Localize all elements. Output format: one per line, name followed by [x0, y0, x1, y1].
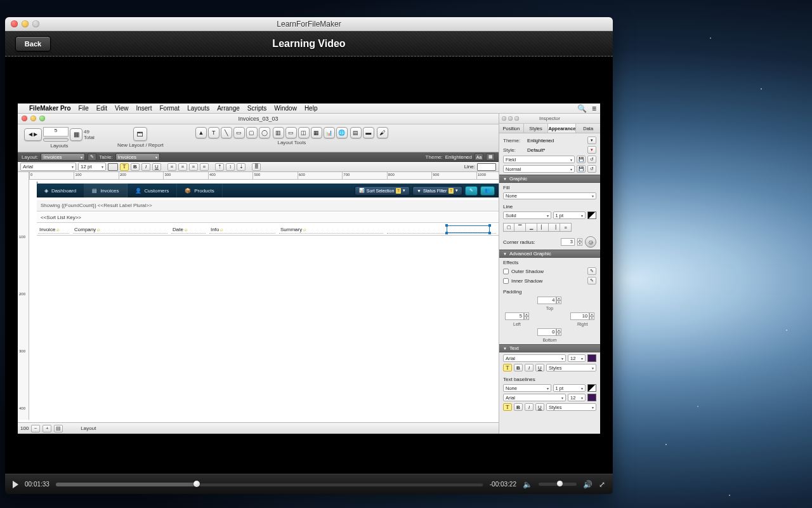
highlight-toggle[interactable]: T [120, 163, 129, 171]
sort-selection-button[interactable]: 📊 Sort Selection T ▾ [355, 186, 410, 196]
spotlight-icon[interactable]: 🔍 [577, 104, 587, 113]
padding-right-stepper[interactable]: ▴▾ [589, 312, 594, 320]
menu-file[interactable]: File [79, 105, 89, 112]
underline-button[interactable]: U [152, 163, 161, 171]
back-button[interactable]: Back [15, 36, 51, 51]
menu-edit[interactable]: Edit [96, 105, 107, 112]
line-color-swatch-insp[interactable] [587, 211, 596, 219]
font-select[interactable]: Arial [20, 163, 76, 171]
align-center-button[interactable]: ≡ [178, 163, 187, 171]
webviewer-tool[interactable]: 🌐 [336, 127, 348, 138]
layout-canvas[interactable]: ◈ Dashboard ▤ Invoices 👤 Customers 📦 Pro… [37, 180, 499, 420]
text-size-select[interactable]: 12 [568, 354, 586, 362]
layouts-popover-button[interactable]: ▦ [70, 128, 82, 141]
portal-tool[interactable]: ▦ [311, 127, 322, 138]
fullscreen-icon[interactable]: ⤢ [599, 480, 605, 489]
padding-left-stepper[interactable]: ▴▾ [524, 312, 529, 320]
border-top-button[interactable]: ▔ [514, 223, 526, 232]
doc-minimize-icon[interactable] [30, 116, 36, 121]
tab-products[interactable]: 📦 Products [177, 184, 223, 197]
padding-right-field[interactable]: 10 [570, 312, 589, 320]
baseline-bold-button[interactable]: B [514, 403, 523, 411]
tab-customers[interactable]: 👤 Customers [128, 184, 178, 197]
chart-tool[interactable]: 📊 [324, 127, 335, 138]
align-left-button[interactable]: ≡ [167, 163, 176, 171]
fieldpicker-tool[interactable]: ▤ [350, 127, 362, 138]
field-tool[interactable]: ▥ [273, 127, 284, 138]
section-text[interactable]: Text [499, 344, 600, 352]
padding-bottom-field[interactable]: 0 [537, 328, 556, 336]
prev-layout-button[interactable]: ◀ ▶ [24, 128, 42, 141]
rounded-rect-tool[interactable]: ▢ [246, 127, 258, 138]
menu-scripts[interactable]: Scripts [247, 105, 267, 112]
status-filter-button[interactable]: ▼ Status Filter T ▾ [412, 186, 462, 196]
valign-bot-button[interactable]: ⇣ [237, 163, 246, 171]
line-weight-select[interactable]: 1 pt [553, 211, 586, 219]
padding-left-field[interactable]: 5 [505, 312, 524, 320]
action-button-1[interactable]: ✎ [465, 186, 478, 196]
new-layout-button[interactable]: 🗔 [133, 127, 147, 141]
button-tool[interactable]: ▭ [285, 127, 297, 138]
layout-slider[interactable] [43, 138, 69, 142]
selection-tool[interactable]: ▲ [195, 127, 207, 138]
border-all-button[interactable]: ▢ [503, 223, 514, 232]
text-highlight-toggle[interactable]: T [503, 364, 512, 371]
baseline-color-swatch-2[interactable] [587, 394, 596, 401]
line-spacing-button[interactable]: ≣ [252, 163, 261, 171]
text-tool[interactable]: T [208, 127, 219, 138]
zoom-out-button[interactable]: − [31, 425, 40, 432]
inner-shadow-edit-button[interactable]: ✎ [587, 277, 596, 284]
element-type-select[interactable]: Field [503, 156, 575, 163]
element-state-revert-button[interactable]: ↺ [587, 165, 596, 173]
menu-view[interactable]: View [115, 105, 129, 112]
corner-radius-stepper[interactable]: ▴▾ [577, 238, 582, 246]
insp-zoom-icon[interactable] [514, 116, 519, 121]
valign-top-button[interactable]: ⇡ [215, 163, 224, 171]
border-bottom-button[interactable]: ▁ [526, 223, 537, 232]
volume-slider[interactable] [539, 483, 577, 486]
line-style-select[interactable]: Solid [503, 211, 551, 219]
align-justify-button[interactable]: ≡ [200, 163, 209, 171]
insp-close-icon[interactable] [502, 116, 506, 121]
outer-shadow-checkbox[interactable] [503, 269, 509, 274]
outer-shadow-edit-button[interactable]: ✎ [587, 267, 596, 275]
tab-dashboard[interactable]: ◈ Dashboard [37, 184, 84, 197]
font-size-select[interactable]: 12 pt [78, 163, 106, 171]
menu-extras-icon[interactable]: ≡ [592, 104, 596, 113]
menu-layouts[interactable]: Layouts [187, 105, 209, 112]
text-color-swatch-insp[interactable] [587, 354, 596, 362]
style-revert-button[interactable]: ▾ [587, 146, 596, 154]
doc-zoom-icon[interactable] [39, 116, 45, 121]
padding-bottom-stepper[interactable]: ▴▾ [556, 328, 561, 336]
baseline-styles-select[interactable]: Styles [546, 403, 596, 411]
text-color-swatch[interactable] [108, 163, 118, 171]
insp-minimize-icon[interactable] [508, 116, 513, 121]
progress-bar[interactable] [56, 483, 483, 486]
tab-invoices[interactable]: ▤ Invoices [84, 184, 127, 197]
tab-styles[interactable]: Styles [524, 124, 549, 133]
menu-arrange[interactable]: Arrange [217, 105, 240, 112]
play-button[interactable] [13, 481, 18, 488]
theme-settings-button[interactable]: Aa [475, 153, 483, 161]
corner-picker-button[interactable]: ◶ [585, 236, 596, 248]
menu-window[interactable]: Window [274, 105, 297, 112]
exit-layout-button[interactable]: ▦ [486, 153, 495, 161]
padding-top-field[interactable]: 4 [537, 297, 556, 304]
border-right-button[interactable]: ▕ [549, 223, 560, 232]
menu-help[interactable]: Help [304, 105, 318, 112]
section-graphic[interactable]: Graphic [499, 175, 600, 183]
tab-tool[interactable]: ◫ [298, 127, 310, 138]
layout-select[interactable]: Invoices [41, 153, 85, 161]
baseline-italic-button[interactable]: I [525, 403, 534, 411]
baseline-type-select[interactable]: None [503, 384, 551, 392]
element-state-save-button[interactable]: 💾 [577, 165, 586, 173]
baseline-highlight-toggle[interactable]: T [503, 403, 512, 411]
align-right-button[interactable]: ≡ [189, 163, 198, 171]
baseline-weight-select[interactable]: 1 pt [553, 384, 586, 392]
menu-format[interactable]: Format [159, 105, 180, 112]
element-type-save-button[interactable]: 💾 [577, 156, 586, 163]
text-italic-button[interactable]: I [525, 364, 534, 371]
part-tool[interactable]: ▬ [363, 127, 374, 138]
baseline-size-select[interactable]: 12 [568, 394, 586, 401]
edit-layout-button[interactable]: ✎ [88, 153, 96, 161]
